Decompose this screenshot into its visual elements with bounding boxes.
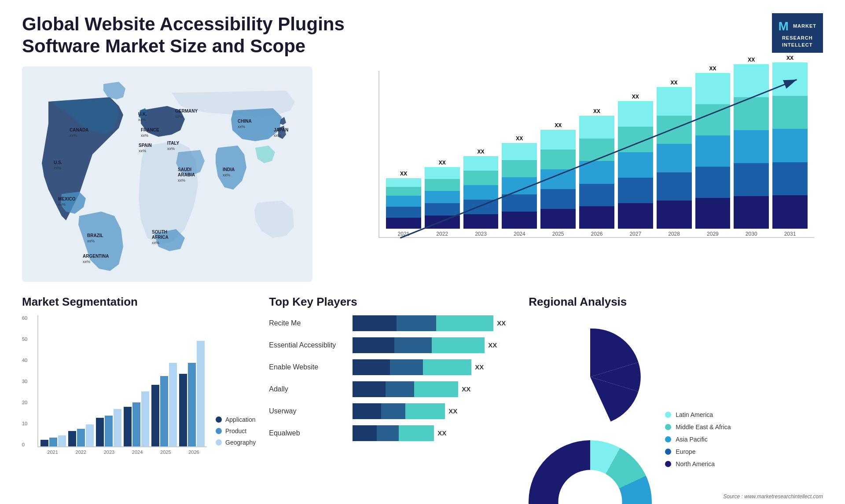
legend-dot-europe [665,449,671,455]
player-value-adally: XX [462,385,475,393]
seg-prod-2021 [49,438,57,446]
seg-geo-2024 [141,391,149,446]
legend-application: Application [216,416,256,423]
seg-prod-2025 [160,376,168,446]
svg-text:xx%: xx% [152,241,159,245]
seg-prod-2023 [105,416,113,446]
svg-text:xx%: xx% [138,117,146,122]
legend-dot-na [665,461,671,467]
seg-group-2023 [96,409,121,446]
legend-middle-east: Middle East & Africa [665,424,731,431]
svg-text:xx%: xx% [167,146,175,151]
seg-app-2021 [40,440,48,446]
player-bar-reciteme: XX [353,315,515,331]
legend-dot-mea [665,424,671,430]
legend-label-application: Application [225,416,256,423]
regional-title: Regional Analysis [529,295,823,309]
seg-app-2026 [179,374,187,446]
donut-css [529,440,652,504]
player-row-reciteme: Recite Me XX [269,315,515,331]
svg-text:xx%: xx% [70,133,77,138]
player-row-equalweb: Equalweb XX [269,425,515,441]
svg-text:xx%: xx% [238,124,245,129]
svg-text:ARABIA: ARABIA [178,172,195,177]
player-row-enable: Enable Website XX [269,359,515,375]
svg-text:xx%: xx% [178,178,185,183]
seg-app-2022 [68,431,76,446]
svg-text:CHINA: CHINA [238,119,252,124]
seg-app-2025 [151,385,159,446]
bar-2026-year: 2026 [591,231,603,237]
bar-2026-label: XX [593,108,600,114]
bar-2031: XX 2031 [772,55,808,237]
map-area: CANADA xx% U.S. xx% MEXICO xx% BRAZIL xx… [22,66,312,282]
seg-geo-2026 [197,341,205,446]
logo-area: M MARKETRESEARCHINTELLECT [772,13,823,53]
legend-label-apac: Asia Pacific [676,436,707,443]
legend-label-mea: Middle East & Africa [676,424,731,431]
svg-text:AFRICA: AFRICA [152,235,169,240]
header: Global Website Accessibility Plugins Sof… [22,13,823,58]
svg-text:xx%: xx% [87,239,95,243]
bar-2027-year: 2027 [629,231,641,237]
player-row-adally: Adally XX [269,381,515,397]
legend-dot-geography [216,439,222,446]
player-bar-userway: XX [353,403,515,419]
seg-chart: 60 50 40 30 20 10 0 [22,315,207,455]
player-value-userway: XX [448,407,462,415]
seg-group-2021 [40,435,66,446]
seg-group-2022 [68,424,94,446]
page-title: Global Website Accessibility Plugins Sof… [22,13,418,58]
svg-text:CANADA: CANADA [70,128,88,132]
source-text: Source : www.marketresearchintellect.com [723,493,823,500]
player-value-equalweb: XX [437,429,451,437]
svg-text:ITALY: ITALY [167,141,180,146]
bar-2021-label: XX [400,171,407,177]
seg-geo-2022 [86,424,94,446]
player-bar-enable: XX [353,359,515,375]
player-name-adally: Adally [269,385,348,393]
bar-2030-label: XX [748,57,755,63]
regional-area: Regional Analysis [529,295,823,497]
bar-2028: XX 2028 [657,80,692,237]
player-bar-essential: XX [353,337,515,353]
legend-dot-product [216,428,222,434]
donut-chart-wrap [529,315,652,504]
player-bar-equalweb: XX [353,425,515,441]
seg-legend: Application Product Geography [216,407,256,455]
svg-text:GERMANY: GERMANY [175,109,198,113]
legend-latin-america: Latin America [665,411,731,418]
bar-2029-label: XX [709,66,716,72]
svg-text:MEXICO: MEXICO [58,197,76,201]
seg-app-2024 [124,407,132,446]
player-bar-adally: XX [353,381,515,397]
legend-north-america: North America [665,460,731,467]
logo: M MARKETRESEARCHINTELLECT [772,13,823,53]
legend-geography: Geography [216,439,256,446]
svg-text:SAUDI: SAUDI [178,167,191,172]
svg-text:BRAZIL: BRAZIL [87,233,103,238]
svg-text:xx%: xx% [139,149,146,153]
seg-prod-2022 [77,429,85,446]
seg-geo-2021 [58,435,66,446]
bar-2030-year: 2030 [746,231,757,237]
seg-prod-2024 [132,402,140,446]
seg-geo-2023 [114,409,121,446]
logo-letter: M [779,18,789,35]
player-value-reciteme: XX [497,319,510,327]
svg-text:xx%: xx% [54,166,61,170]
legend-label-product: Product [225,427,246,435]
legend-product: Product [216,427,256,435]
player-name-reciteme: Recite Me [269,319,348,327]
bar-2025: XX 2025 [540,122,576,237]
legend-label-europe: Europe [676,448,695,455]
bar-2022-year: 2022 [436,231,448,237]
player-row-essential: Essential Accessiblity XX [269,337,515,353]
svg-text:SPAIN: SPAIN [139,143,152,148]
svg-text:ARGENTINA: ARGENTINA [83,254,109,259]
legend-label-geography: Geography [225,439,256,446]
bar-2023-year: 2023 [475,231,487,237]
seg-geo-2025 [169,363,177,446]
bar-2024-year: 2024 [514,231,525,237]
bar-2025-label: XX [555,122,562,128]
